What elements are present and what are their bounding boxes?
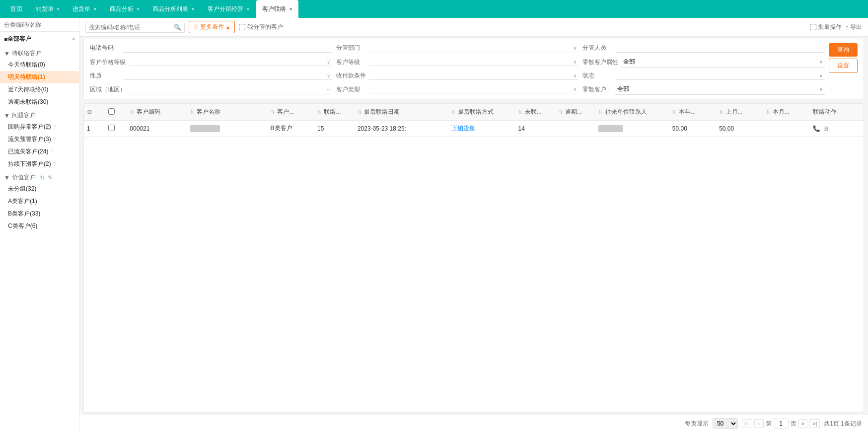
col-contact-sort-icon[interactable]: ⇅ <box>317 109 321 115</box>
col-current-year[interactable]: ⇅ 本年... <box>669 104 716 121</box>
col-lcd-sort-icon[interactable]: ⇅ <box>358 109 362 115</box>
retail-attr-select[interactable]: 全部 ∨ <box>621 57 825 68</box>
retail-customer-select[interactable]: 全部 ∨ <box>615 84 825 95</box>
nav-customer-tier[interactable]: 客户分层经营 × <box>202 0 255 18</box>
query-button[interactable]: 查询 <box>829 43 858 57</box>
col-lcm-sort-icon[interactable]: ⇅ <box>451 109 455 115</box>
manager-select[interactable]: ··· <box>615 43 825 53</box>
close-product-list-icon[interactable]: × <box>191 6 194 12</box>
nav-sales[interactable]: 销货单 × <box>30 0 66 18</box>
col-contact[interactable]: ⇅ 联络... <box>314 104 355 121</box>
sidebar-item-tomorrow[interactable]: 明天待联络(1) <box>0 71 79 83</box>
prev-page-button[interactable]: < <box>754 419 763 428</box>
col-unit-contact[interactable]: ⇅ 往来单位联系人 <box>595 104 669 121</box>
dept-select[interactable]: ∨ <box>369 44 579 52</box>
sidebar-item-ungrouped[interactable]: 未分组(32) <box>0 183 79 195</box>
last-contact-method-link[interactable]: 下销货单 <box>451 125 475 132</box>
col-name-sort-icon[interactable]: ⇅ <box>190 109 194 115</box>
close-customer-tier-icon[interactable]: × <box>246 6 249 12</box>
sidebar-item-churn-warning[interactable]: 流失预警客户(3) ? <box>0 133 79 145</box>
nature-select[interactable]: ∨ <box>123 72 332 80</box>
col-overdue[interactable]: ⇅ 逾期... <box>556 104 596 121</box>
customer-type-select[interactable]: ∨ <box>369 85 579 93</box>
col-this-month[interactable]: ⇅ 本月... <box>763 104 810 121</box>
status-label: 状态 <box>582 72 612 80</box>
export-icon: ↑ <box>846 23 849 31</box>
customer-table: ⚙ ⇅ 客户编码 ⇅ 客户名称 <box>84 104 864 137</box>
my-customers-checkbox[interactable] <box>239 24 245 30</box>
col-last-contact-method[interactable]: ⇅ 最后联络方式 <box>448 104 515 121</box>
row-last-contact-method[interactable]: 下销货单 <box>448 121 515 137</box>
sidebar-search-input[interactable] <box>4 21 78 28</box>
search-input[interactable] <box>89 24 174 31</box>
last-page-button[interactable]: >| <box>809 419 820 428</box>
action-grid-icon[interactable]: ⊞ <box>823 125 828 132</box>
col-name[interactable]: ⇅ 客户名称 <box>187 104 268 121</box>
sidebar-collapse-icon[interactable]: « <box>72 36 75 42</box>
more-filter-button[interactable]: ☰ 更多条件 ▲ <box>189 21 235 33</box>
next-page-button[interactable]: > <box>798 419 807 428</box>
close-customer-contact-icon[interactable]: × <box>289 6 292 12</box>
phone-input[interactable] <box>123 43 332 53</box>
page-suffix: 页 <box>791 420 796 428</box>
col-lm-sort-icon[interactable]: ⇅ <box>719 109 723 115</box>
col-checkbox <box>105 104 127 121</box>
payment-select[interactable]: ∨ <box>369 72 579 80</box>
customer-table-container: ⚙ ⇅ 客户编码 ⇅ 客户名称 <box>83 103 864 413</box>
filter-status: 状态 ∨ <box>582 72 825 80</box>
batch-ops-button[interactable]: 批量操作 <box>810 23 842 31</box>
close-purchase-icon[interactable]: × <box>93 6 96 12</box>
page-input[interactable] <box>774 419 789 429</box>
sidebar-item-churned[interactable]: 已流失客户(24) ? <box>0 145 79 158</box>
nav-home[interactable]: 首页 <box>4 0 29 18</box>
sidebar-item-7days[interactable]: 近7天待联络(0) <box>0 83 79 96</box>
col-uc-sort-icon[interactable]: ⇅ <box>598 109 602 115</box>
col-settings-icon[interactable]: ⚙ <box>87 109 92 116</box>
nav-product-list[interactable]: 商品分析列表 × <box>146 0 200 18</box>
per-page-select[interactable]: 50 10 20 100 <box>713 418 738 429</box>
price-level-select[interactable]: ∨ <box>129 58 332 66</box>
sidebar-item-declining[interactable]: 持续下滑客户(2) ? <box>0 158 79 170</box>
sidebar-item-class-c[interactable]: C类客户(6) <box>0 220 79 232</box>
select-all-checkbox[interactable] <box>108 108 115 115</box>
nav-customer-contact[interactable]: 客户联络 × <box>256 0 298 18</box>
dept-arrow-icon: ∨ <box>573 45 577 51</box>
search-icon[interactable]: 🔍 <box>174 24 181 31</box>
refresh-icon[interactable]: ↻ <box>40 174 45 181</box>
col-code[interactable]: ⇅ 客户编码 <box>127 104 187 121</box>
filter-customer-type: 客户类型 ∨ <box>336 85 579 94</box>
retail-attr-arrow-icon: ∨ <box>819 59 823 65</box>
col-unreached[interactable]: ⇅ 未联... <box>515 104 556 121</box>
sidebar-item-repurchase-anomaly[interactable]: 回购异常客户(2) ? <box>0 121 79 133</box>
col-cy-sort-icon[interactable]: ⇅ <box>672 109 676 115</box>
status-arrow-icon: ∨ <box>819 73 823 78</box>
sidebar-all-customers[interactable]: ■ 全部客户 « <box>0 32 79 46</box>
nav-purchase[interactable]: 进货单 × <box>67 0 102 18</box>
col-last-month[interactable]: ⇅ 上月... <box>716 104 763 121</box>
batch-ops-checkbox[interactable] <box>810 24 816 30</box>
row-select-checkbox[interactable] <box>108 125 115 131</box>
col-last-contact-date[interactable]: ⇅ 最后联络日期 <box>355 104 448 121</box>
nav-product-analysis[interactable]: 商品分析 × <box>104 0 145 18</box>
sidebar-item-class-b[interactable]: B类客户(33) <box>0 208 79 220</box>
col-code-sort-icon[interactable]: ⇅ <box>130 109 134 115</box>
col-overdue-sort-icon[interactable]: ⇅ <box>559 109 563 115</box>
status-select[interactable]: ∨ <box>615 72 825 80</box>
customer-level-select[interactable]: ∨ <box>369 58 579 66</box>
filter-retail-customer: 零散客户 全部 ∨ <box>582 84 825 95</box>
col-type-sort-icon[interactable]: ⇅ <box>271 109 275 115</box>
first-page-button[interactable]: |< <box>742 419 752 428</box>
set-button[interactable]: 设置 <box>829 59 858 73</box>
close-sales-icon[interactable]: × <box>57 6 60 12</box>
col-type[interactable]: ⇅ 客户... <box>268 104 314 121</box>
region-select[interactable]: ··· <box>129 85 332 94</box>
export-button[interactable]: ↑ 导出 <box>846 23 863 31</box>
close-product-analysis-icon[interactable]: × <box>137 6 140 12</box>
sidebar-item-class-a[interactable]: A类客户(1) <box>0 195 79 208</box>
col-unreached-sort-icon[interactable]: ⇅ <box>518 109 522 115</box>
col-tm-sort-icon[interactable]: ⇅ <box>766 109 770 115</box>
sidebar-item-today[interactable]: 今天待联络(0) <box>0 59 79 71</box>
edit-icon[interactable]: ✎ <box>48 174 53 181</box>
action-phone-icon[interactable]: 📞 <box>813 125 820 132</box>
sidebar-item-overdue[interactable]: 逾期未联络(30) <box>0 96 79 108</box>
